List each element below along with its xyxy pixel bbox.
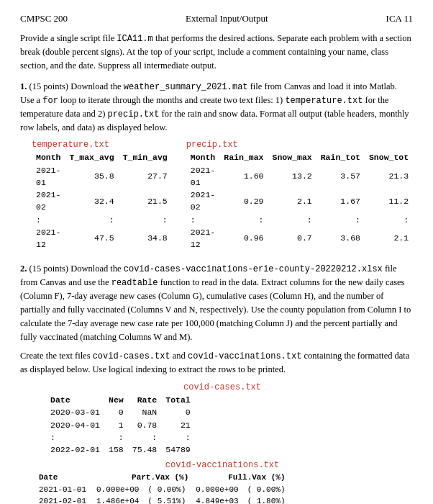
- problem-2-statement: 2. (15 points) Download the covid-cases-…: [20, 262, 413, 343]
- p2-number: 2.: [20, 264, 27, 274]
- table-row: : : : : :: [186, 214, 413, 226]
- table-row: 2021-01-01 0.000e+00 ( 0.00%) 0.000e+00 …: [35, 484, 289, 496]
- temp-col-tmin: T_min_avg: [119, 151, 172, 163]
- cases-ellipsis-new: :: [104, 431, 128, 444]
- cases-table: Date New Rate Total 2020-03-01 0 NaN 0 2…: [46, 394, 195, 456]
- vax-col-date: Date: [35, 472, 92, 484]
- precip-r1-raintot: 3.57: [316, 164, 365, 189]
- precip-col-snowmax: Snow_max: [268, 151, 316, 163]
- cases-table-section: covid-cases.txt Date New Rate Total 2020…: [32, 382, 413, 456]
- table-row: 2021-02 32.4 21.5: [32, 189, 172, 214]
- temp-col-tmax: T_max_avg: [65, 151, 119, 163]
- p1-file1: weather_summary_2021.mat: [124, 82, 248, 92]
- precip-col-raintot: Rain_tot: [316, 151, 365, 163]
- cases-col-rate: Rate: [128, 394, 162, 406]
- cases-col-new: New: [104, 394, 128, 406]
- vax-r2-part-val: 1.486e+04: [92, 495, 143, 504]
- vax-r1-part-val: 0.000e+00: [92, 484, 143, 496]
- temp-row1-tmax: 35.8: [65, 164, 119, 189]
- cases-ellipsis-date: :: [46, 431, 104, 444]
- table-row: 2021-12 47.5 34.8: [32, 226, 172, 251]
- vax-r2-full-val: 4.849e+03: [191, 495, 242, 504]
- p1-number: 1.: [20, 81, 27, 91]
- p2-casestxt: covid-cases.txt: [93, 351, 170, 361]
- precip-col-rainmax: Rain_max: [219, 151, 268, 163]
- vax-table: Date Part.Vax (%) Full.Vax (%) 2021-01-0…: [35, 472, 289, 504]
- table-row: 2021-01 1.60 13.2 3.57 21.3: [186, 164, 413, 189]
- temp-ellipsis-month: :: [32, 214, 65, 226]
- cases-r1-new: 0: [104, 406, 128, 418]
- temp-col-month: Month: [32, 151, 65, 163]
- p1-temp-txt: temperature.txt: [285, 96, 363, 106]
- cases-r1-total: 0: [161, 406, 195, 418]
- table-row: : : : :: [46, 431, 195, 444]
- p1-for: for: [42, 96, 58, 106]
- precip-ellipsis-snowmax: :: [268, 214, 316, 226]
- table-row: 2022-02-01 158 75.48 54789: [46, 444, 195, 456]
- precip-table: Month Rain_max Snow_max Rain_tot Snow_to…: [186, 151, 413, 251]
- temp-row2-tmin: 21.5: [119, 189, 172, 214]
- p1-precip-txt: precip.txt: [107, 109, 159, 120]
- table-row: 2021-12 0.96 0.7 3.68 2.1: [186, 226, 413, 251]
- vax-r1-part-pct: ( 0.00%): [143, 484, 191, 496]
- header-left: CMPSC 200: [20, 13, 68, 24]
- vax-table-section: covid-vaccinations.txt Date Part.Vax (%)…: [32, 460, 413, 504]
- temp-table-block: temperature.txt Month T_max_avg T_min_av…: [32, 140, 172, 251]
- vax-r1-date: 2021-01-01: [35, 484, 92, 496]
- cases-last-total: 54789: [161, 444, 195, 456]
- cases-r2-total: 21: [161, 419, 195, 431]
- cases-col-date: Date: [46, 394, 104, 406]
- problem-2-statement2: Create the text files covid-cases.txt an…: [20, 349, 413, 377]
- p2-vaxtxt: covid-vaccinations.txt: [188, 351, 301, 361]
- cases-r1-rate: NaN: [128, 406, 162, 418]
- p2-file1: covid-cases-vaccinations-erie-county-202…: [124, 264, 383, 274]
- precip-r2-snowmax: 2.1: [268, 189, 316, 214]
- table-row: 2021-02 0.29 2.1 1.67 11.2: [186, 189, 413, 214]
- precip-r2-rainmax: 0.29: [219, 189, 268, 214]
- cases-r2-new: 1: [104, 419, 128, 431]
- precip-r1-rainmax: 1.60: [219, 164, 268, 189]
- precip-ellipsis-snowtot: :: [365, 214, 413, 226]
- vax-r1-full-pct: ( 0.00%): [243, 484, 290, 496]
- precip-r1-snowtot: 21.3: [365, 164, 413, 189]
- p2-readtable: readtable: [111, 278, 158, 288]
- precip-last-snowmax: 0.7: [268, 226, 316, 251]
- table-row: 2021-02-01 1.486e+04 ( 5.51%) 4.849e+03 …: [35, 495, 289, 504]
- cases-r2-date: 2020-04-01: [46, 419, 104, 431]
- precip-ellipsis-rainmax: :: [219, 214, 268, 226]
- table-row: 2020-04-01 1 0.78 21: [46, 419, 195, 431]
- vax-r2-part-pct: ( 5.51%): [143, 495, 191, 504]
- cases-r2-rate: 0.78: [128, 419, 162, 431]
- cases-ellipsis-rate: :: [128, 431, 162, 444]
- vax-col-partvax: Part.Vax (%): [92, 472, 191, 484]
- precip-r1-snowmax: 13.2: [268, 164, 316, 189]
- temp-last-tmax: 47.5: [65, 226, 119, 251]
- temp-row1-month: 2021-01: [32, 164, 65, 189]
- table-row: 2020-03-01 0 NaN 0: [46, 406, 195, 418]
- cases-table-title: covid-cases.txt: [32, 382, 413, 392]
- precip-r2-month: 2021-02: [186, 189, 220, 214]
- precip-col-month: Month: [186, 151, 220, 163]
- temp-row2-month: 2021-02: [32, 189, 65, 214]
- precip-ellipsis-raintot: :: [316, 214, 365, 226]
- table-row: 2021-01 35.8 27.7: [32, 164, 172, 189]
- precip-table-block: precip.txt Month Rain_max Snow_max Rain_…: [186, 140, 413, 251]
- precip-last-snowtot: 2.1: [365, 226, 413, 251]
- temp-ellipsis-tmax: :: [65, 214, 119, 226]
- precip-ellipsis-month: :: [186, 214, 220, 226]
- vax-col-fullvax: Full.Vax (%): [191, 472, 289, 484]
- header-right: ICA 11: [386, 13, 413, 24]
- problem-1-statement: 1. (15 points) Download the weather_summ…: [20, 80, 413, 135]
- header-center: External Input/Output: [186, 13, 268, 24]
- intro-filename: ICA11.m: [117, 34, 152, 44]
- precip-col-snowtot: Snow_tot: [365, 151, 413, 163]
- temp-row2-tmax: 32.4: [65, 189, 119, 214]
- temp-last-tmin: 34.8: [119, 226, 172, 251]
- precip-r2-snowtot: 11.2: [365, 189, 413, 214]
- temp-last-month: 2021-12: [32, 226, 65, 251]
- intro-text: Provide a single script file ICA11.m tha…: [20, 32, 413, 73]
- cases-last-rate: 75.48: [128, 444, 162, 456]
- problem-1: 1. (15 points) Download the weather_summ…: [20, 80, 413, 251]
- temp-ellipsis-tmin: :: [119, 214, 172, 226]
- vax-r1-full-val: 0.000e+00: [191, 484, 242, 496]
